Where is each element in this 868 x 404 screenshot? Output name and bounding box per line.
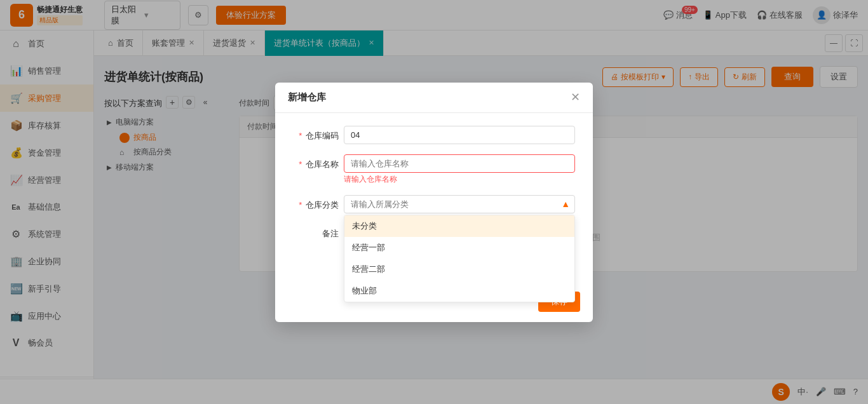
modal-body: * 仓库编码 * 仓库名称 请输入仓库名称	[275, 113, 593, 284]
notes-label: 备注	[293, 224, 344, 239]
required-icon: *	[299, 131, 302, 140]
modal-overlay: 新增仓库 ✕ * 仓库编码 * 仓库名称	[0, 0, 868, 404]
code-input-wrap	[344, 126, 575, 144]
code-input[interactable]	[344, 126, 575, 144]
name-error-message: 请输入仓库名称	[344, 174, 575, 185]
category-label: * 仓库分类	[293, 195, 344, 211]
required-icon: *	[299, 200, 302, 210]
modal-close-button[interactable]: ✕	[571, 91, 580, 103]
dropdown-item-dept1[interactable]: 经营一部	[344, 237, 574, 259]
required-icon: *	[299, 159, 302, 169]
dropdown-item-property[interactable]: 物业部	[344, 280, 574, 302]
form-row-name: * 仓库名称 请输入仓库名称	[293, 154, 575, 185]
modal-title: 新增仓库	[288, 91, 571, 104]
category-input-wrap: ▲ 未分类 经营一部 经营二部 物业部	[344, 195, 575, 213]
dropdown-item-dept2[interactable]: 经营二部	[344, 259, 574, 280]
form-row-code: * 仓库编码	[293, 126, 575, 144]
new-warehouse-modal: 新增仓库 ✕ * 仓库编码 * 仓库名称	[275, 83, 593, 322]
name-label: * 仓库名称	[293, 154, 344, 170]
dropdown-toggle-icon[interactable]: ▲	[561, 199, 570, 209]
form-row-category: * 仓库分类 ▲ 未分类 经营一部 经营二部 物业部	[293, 195, 575, 213]
code-label: * 仓库编码	[293, 126, 344, 142]
category-input[interactable]	[344, 195, 575, 213]
name-input[interactable]	[344, 154, 575, 173]
category-dropdown: 未分类 经营一部 经营二部 物业部	[344, 215, 575, 302]
name-input-wrap: 请输入仓库名称	[344, 154, 575, 185]
modal-header: 新增仓库 ✕	[275, 83, 593, 113]
dropdown-item-uncategorized[interactable]: 未分类	[344, 215, 574, 237]
